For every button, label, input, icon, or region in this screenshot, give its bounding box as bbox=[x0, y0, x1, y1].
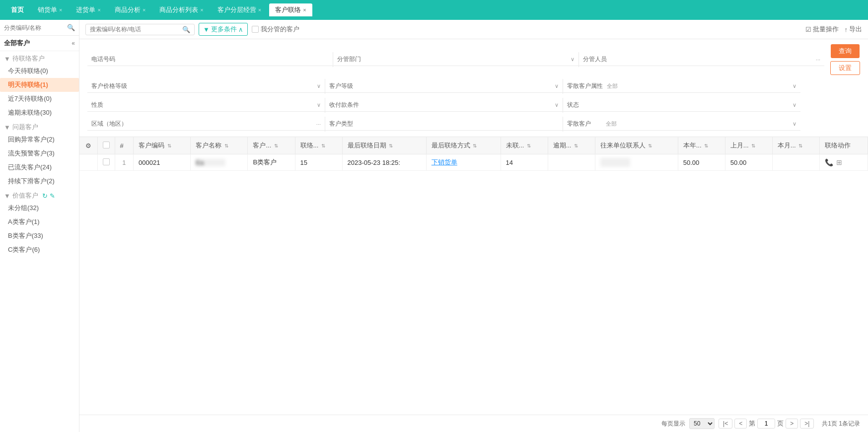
sidebar-search-input[interactable] bbox=[4, 24, 65, 31]
more-filter-button[interactable]: ▼ 更多条件 ∧ bbox=[199, 23, 248, 36]
td-settings bbox=[79, 154, 97, 171]
th-contacts[interactable]: 往来单位联系人 ⇅ bbox=[595, 137, 678, 154]
th-contact[interactable]: 联络... ⇅ bbox=[295, 137, 342, 154]
nav-customer-contact-close[interactable]: × bbox=[303, 7, 306, 13]
td-action: 📞 ⊞ bbox=[819, 154, 868, 171]
pagination-bar: 每页显示 50 10 20 100 |< < 第 页 > >| 共1页 1条记录 bbox=[79, 415, 868, 432]
sidebar-item-ungroup[interactable]: 未分组(32) bbox=[0, 201, 79, 215]
my-customers-toggle[interactable]: 我分管的客户 bbox=[252, 25, 299, 34]
th-last-method[interactable]: 最后联络方式 ⇅ bbox=[426, 137, 501, 154]
td-uncontacted: 14 bbox=[501, 154, 548, 171]
filter-region-select[interactable]: ··· bbox=[131, 121, 321, 127]
th-type[interactable]: 客户... ⇅ bbox=[248, 137, 295, 154]
query-button[interactable]: 查询 bbox=[831, 44, 860, 58]
th-name[interactable]: 客户名称 ⇅ bbox=[191, 137, 248, 154]
filter-dept-select[interactable]: ∨ bbox=[376, 56, 575, 63]
sidebar-item-c-class[interactable]: C类客户(6) bbox=[0, 243, 79, 257]
sidebar-item-7days[interactable]: 近7天待联络(0) bbox=[0, 92, 79, 106]
table-header-row: ⚙ # 客户编码 ⇅ 客户名称 ⇅ 客户... ⇅ bbox=[79, 137, 868, 154]
td-last-month: 50.00 bbox=[725, 154, 772, 171]
filter-status: 状态 ∨ bbox=[563, 99, 800, 112]
edit-icon[interactable]: ✎ bbox=[50, 192, 55, 200]
nav-sales-order-close[interactable]: × bbox=[59, 7, 62, 13]
filter-status-select[interactable]: ∨ bbox=[606, 102, 796, 108]
th-settings[interactable]: ⚙ bbox=[79, 137, 97, 154]
filter-region: 区域（地区） ··· bbox=[87, 118, 325, 131]
sort-name-icon: ⇅ bbox=[224, 143, 228, 148]
sidebar-all-label: 全部客户 bbox=[4, 39, 30, 48]
filter-nature: 性质 ∨ bbox=[87, 99, 325, 112]
td-type: B类客户 bbox=[248, 154, 295, 171]
page-label-end: 页 bbox=[777, 419, 784, 428]
nav-product-analysis-close[interactable]: × bbox=[143, 7, 145, 13]
chevron-up-icon: ∧ bbox=[238, 26, 243, 33]
sidebar-search-icon[interactable]: 🔍 bbox=[67, 24, 75, 31]
page-input[interactable] bbox=[757, 419, 775, 429]
nav-home[interactable]: 首页 bbox=[5, 3, 30, 16]
th-this-month[interactable]: 本月... ⇅ bbox=[772, 137, 819, 154]
nav-customer-tier[interactable]: 客户分层经营 × bbox=[212, 3, 267, 16]
th-overdue[interactable]: 逾期... ⇅ bbox=[548, 137, 595, 154]
filter-price-level-select[interactable]: ∨ bbox=[131, 83, 321, 89]
filter-manager-select[interactable]: ··· bbox=[622, 57, 820, 63]
filter-retail-select[interactable]: 全部∨ bbox=[606, 120, 796, 128]
nav-product-analysis[interactable]: 商品分析 × bbox=[109, 3, 151, 16]
filter-manager: 分管人员 ··· bbox=[579, 53, 824, 66]
filter-nature-select[interactable]: ∨ bbox=[130, 102, 321, 108]
filter-payment-select[interactable]: ∨ bbox=[368, 102, 559, 108]
page-size-select[interactable]: 50 10 20 100 bbox=[689, 418, 715, 429]
th-check[interactable] bbox=[97, 137, 115, 154]
filter-retail-label: 零散客户 bbox=[567, 120, 602, 128]
nav-sales-order[interactable]: 销货单 × bbox=[32, 3, 68, 16]
filter-customer-type: 客户类型 bbox=[325, 118, 563, 131]
top-nav: 首页 销货单 × 进货单 × 商品分析 × 商品分析列表 × 客户分层经营 × … bbox=[0, 0, 868, 20]
td-check[interactable] bbox=[97, 154, 115, 171]
sidebar-item-declining[interactable]: 持续下滑客户(2) bbox=[0, 174, 79, 188]
my-customers-checkbox[interactable] bbox=[252, 26, 259, 33]
phone-icon[interactable]: 📞 bbox=[825, 158, 833, 166]
sidebar-item-churned[interactable]: 已流失客户(24) bbox=[0, 160, 79, 174]
sidebar-item-overdue[interactable]: 逾期未联络(30) bbox=[0, 106, 79, 120]
th-year[interactable]: 本年... ⇅ bbox=[678, 137, 725, 154]
sidebar-item-repurchase[interactable]: 回购异常客户(2) bbox=[0, 133, 79, 146]
next-page-button[interactable]: > bbox=[786, 419, 798, 429]
nav-product-analysis-list-label: 商品分析列表 bbox=[159, 5, 198, 14]
nav-purchase-order-close[interactable]: × bbox=[97, 7, 100, 13]
sidebar-item-churn-warning[interactable]: 流失预警客户(3) bbox=[0, 146, 79, 160]
filter-customer-level-select[interactable]: ∨ bbox=[368, 83, 559, 89]
sidebar-item-b-class[interactable]: B类客户(33) bbox=[0, 229, 79, 243]
first-page-button[interactable]: |< bbox=[719, 419, 732, 429]
sidebar-item-tomorrow[interactable]: 明天待联络(1) bbox=[0, 78, 79, 92]
sidebar-item-repurchase-label: 回购异常客户(2) bbox=[8, 136, 55, 143]
last-method-link[interactable]: 下销货单 bbox=[432, 158, 457, 166]
th-last-month[interactable]: 上月... ⇅ bbox=[725, 137, 772, 154]
search-button[interactable]: 🔍 bbox=[182, 26, 190, 33]
set-button[interactable]: 设置 bbox=[830, 61, 860, 75]
nav-customer-tier-close[interactable]: × bbox=[258, 7, 261, 13]
prev-page-button[interactable]: < bbox=[734, 419, 747, 429]
nav-customer-contact[interactable]: 客户联络 × bbox=[269, 3, 312, 16]
th-uncontacted[interactable]: 未联... ⇅ bbox=[501, 137, 548, 154]
th-last-date[interactable]: 最后联络日期 ⇅ bbox=[342, 137, 426, 154]
filter-customer-level-label: 客户等级 bbox=[329, 82, 364, 90]
last-page-button[interactable]: >| bbox=[800, 419, 814, 429]
filter-retail-value: 全部 bbox=[606, 120, 617, 128]
filter-retail-attr-select[interactable]: 全部∨ bbox=[607, 82, 796, 90]
filter-phone-input[interactable] bbox=[130, 56, 329, 63]
refresh-icon[interactable]: ↻ bbox=[42, 192, 48, 200]
search-input[interactable] bbox=[90, 26, 180, 33]
export-button[interactable]: ↑ 导出 bbox=[845, 25, 863, 34]
page-info: 第 页 bbox=[749, 419, 784, 429]
filter-row-3: 性质 ∨ 收付款条件 ∨ 状态 ∨ bbox=[87, 98, 860, 113]
sidebar-all-customers[interactable]: 全部客户 « bbox=[0, 36, 79, 51]
nav-product-analysis-list[interactable]: 商品分析列表 × bbox=[153, 3, 209, 16]
nav-product-analysis-list-close[interactable]: × bbox=[200, 7, 203, 13]
th-code[interactable]: 客户编码 ⇅ bbox=[134, 137, 191, 154]
batch-operation-button[interactable]: ☑ 批量操作 bbox=[805, 25, 839, 34]
grid-icon[interactable]: ⊞ bbox=[836, 158, 842, 166]
nav-purchase-order[interactable]: 进货单 × bbox=[70, 3, 106, 16]
sidebar-item-a-class[interactable]: A类客户(1) bbox=[0, 215, 79, 229]
sidebar-item-today[interactable]: 今天待联络(0) bbox=[0, 64, 79, 78]
filter-retail-attr-label: 零散客户属性 bbox=[567, 82, 603, 90]
td-last-method[interactable]: 下销货单 bbox=[426, 154, 501, 171]
